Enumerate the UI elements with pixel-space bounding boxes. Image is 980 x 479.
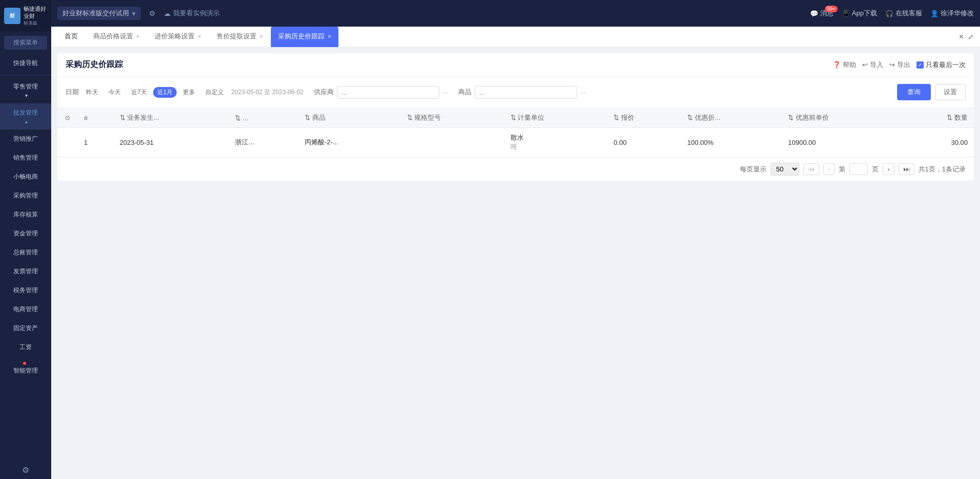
date-option-1month[interactable]: 近1月 bbox=[153, 87, 177, 98]
only-last-checkbox[interactable] bbox=[917, 61, 924, 69]
tab-purchase-history[interactable]: 采购历史价跟踪 × bbox=[271, 27, 338, 47]
app-download-button[interactable]: 📱 App下载 bbox=[842, 9, 877, 18]
app-logo-icon: 财 bbox=[4, 8, 20, 24]
goods-filter-label: 商品 bbox=[458, 88, 472, 97]
version-label: 好业财标准版交付试用 bbox=[62, 9, 129, 18]
date-option-today[interactable]: 今天 bbox=[104, 87, 125, 98]
cell-date: 2023-05-31 bbox=[114, 128, 229, 157]
date-option-7days[interactable]: 近7天 bbox=[127, 87, 151, 98]
date-filter-label: 日期 bbox=[66, 88, 79, 97]
user-menu-button[interactable]: 👤 徐泽华修改 bbox=[930, 9, 974, 18]
supplier-more-icon[interactable]: ··· bbox=[442, 89, 448, 96]
table-container: ⚙ # ⇅ 业务发生... ⇅ ... ⇅ 商品 ⇅ 规格型号 ⇅ 计量单位 ⇅… bbox=[57, 108, 974, 181]
goods-filter-input[interactable] bbox=[475, 86, 577, 99]
total-info: 共1页，1条记录 bbox=[919, 165, 966, 174]
cell-quantity: 30.00 bbox=[900, 128, 974, 157]
tabbar-actions: × ⤢ bbox=[959, 32, 974, 41]
export-button[interactable]: ↪ 导出 bbox=[889, 60, 910, 70]
topbar-settings-icon[interactable]: ⚙ bbox=[149, 9, 156, 17]
cell-price: 0.00 bbox=[607, 128, 681, 157]
per-page-label: 每页显示 bbox=[740, 165, 766, 174]
col-header-discount[interactable]: ⇅ 优惠折... bbox=[681, 108, 782, 128]
messages-button[interactable]: 💬 消息 99+ bbox=[810, 9, 834, 18]
col-header-settings[interactable]: ⚙ bbox=[57, 108, 78, 128]
tab-price-label: 商品价格设置 bbox=[93, 32, 133, 41]
col-header-unit[interactable]: ⇅ 计量单位 bbox=[504, 108, 608, 128]
sidebar-item-wholesale[interactable]: 批发管理▴ bbox=[0, 103, 51, 129]
sidebar-bottom: ⚙ bbox=[0, 461, 51, 479]
tab-pricing-close-icon[interactable]: × bbox=[198, 33, 201, 39]
col-header-quantity[interactable]: ⇅ 数量 bbox=[900, 108, 974, 128]
page-next-button[interactable]: › bbox=[883, 163, 894, 175]
col-header-price[interactable]: ⇅ 报价 bbox=[607, 108, 681, 128]
version-selector[interactable]: 好业财标准版交付试用 ▾ bbox=[57, 7, 141, 20]
col-header-spec[interactable]: ⇅ 规格型号 bbox=[401, 108, 504, 128]
demo-link[interactable]: ☁ 我要看实例演示 bbox=[164, 9, 220, 18]
col-header-date[interactable]: ⇅ 业务发生... bbox=[114, 108, 229, 128]
tab-purchase-close-icon[interactable]: × bbox=[328, 33, 331, 39]
date-options: 昨天 今天 近7天 近1月 更多 自定义 bbox=[82, 87, 228, 98]
col-header-more1[interactable]: ⇅ ... bbox=[229, 108, 298, 128]
page-header-actions: ❓ 帮助 ↩ 导入 ↪ 导出 只看最后一次 bbox=[833, 60, 966, 70]
help-button[interactable]: ❓ 帮助 bbox=[833, 60, 856, 70]
tabbar-expand-button[interactable]: ⤢ bbox=[968, 33, 974, 41]
goods-more-icon[interactable]: ··· bbox=[580, 89, 586, 96]
message-icon: 💬 bbox=[810, 10, 818, 17]
filter-settings-button[interactable]: 设置 bbox=[935, 84, 966, 100]
cloud-icon: ☁ bbox=[164, 10, 171, 17]
sidebar-item-purchase[interactable]: 采购管理 bbox=[0, 186, 51, 205]
tab-sale-label: 售价提取设置 bbox=[217, 32, 257, 41]
page-content: 采购历史价跟踪 ❓ 帮助 ↩ 导入 ↪ 导出 只看最后一次 bbox=[51, 47, 980, 479]
sidebar-item-quick-nav[interactable]: 快捷导航 bbox=[0, 54, 51, 73]
help-icon: ❓ bbox=[833, 61, 841, 69]
sidebar-item-ledger[interactable]: 总账管理 bbox=[0, 243, 51, 262]
sidebar-item-payroll[interactable]: 工资 bbox=[0, 338, 51, 357]
col-header-original-price[interactable]: ⇅ 优惠前单价 bbox=[782, 108, 900, 128]
per-page-select[interactable]: 50 100 bbox=[771, 163, 799, 176]
sidebar-item-invoice[interactable]: 发票管理 bbox=[0, 262, 51, 281]
gear-icon[interactable]: ⚙ bbox=[65, 114, 71, 122]
import-icon: ↩ bbox=[862, 61, 868, 69]
sidebar-item-marketing[interactable]: 营销推广 bbox=[0, 129, 51, 148]
cell-original-price: 10900.00 bbox=[782, 128, 900, 157]
page-number-input[interactable]: 1 bbox=[849, 163, 868, 175]
tabbar-close-button[interactable]: × bbox=[959, 32, 964, 41]
search-menu-button[interactable]: 搜索菜单 bbox=[4, 36, 47, 50]
sidebar-item-sales[interactable]: 销售管理 bbox=[0, 148, 51, 167]
cell-spec bbox=[401, 128, 504, 157]
tab-price-settings[interactable]: 商品价格设置 × bbox=[86, 27, 146, 47]
only-last-checkbox-label[interactable]: 只看最后一次 bbox=[917, 60, 966, 70]
col-header-index: # bbox=[78, 108, 114, 128]
sidebar-item-smart-mgmt[interactable]: 智能管理 bbox=[0, 357, 51, 380]
date-option-more[interactable]: 更多 bbox=[179, 87, 199, 98]
sidebar-item-tax[interactable]: 税务管理 bbox=[0, 281, 51, 300]
tab-sale-close-icon[interactable]: × bbox=[260, 33, 263, 39]
sidebar-item-finance[interactable]: 资金管理 bbox=[0, 224, 51, 243]
pagination: 每页显示 50 100 ⏮ ‹ 第 1 页 › ⏭ 共1页，1条记录 bbox=[57, 157, 974, 181]
col-header-goods[interactable]: ⇅ 商品 bbox=[299, 108, 401, 128]
sidebar-item-inventory[interactable]: 库存核算 bbox=[0, 205, 51, 224]
sidebar-settings-button[interactable]: ⚙ bbox=[22, 465, 29, 475]
page-last-button[interactable]: ⏭ bbox=[899, 163, 914, 175]
tab-price-close-icon[interactable]: × bbox=[136, 33, 139, 39]
sidebar-item-ecommerce-small[interactable]: 小畅电商 bbox=[0, 167, 51, 186]
date-option-custom[interactable]: 自定义 bbox=[201, 87, 228, 98]
supplier-filter-input[interactable] bbox=[337, 86, 439, 99]
import-button[interactable]: ↩ 导入 bbox=[862, 60, 883, 70]
tab-home[interactable]: 首页 bbox=[57, 27, 85, 47]
query-button[interactable]: 查询 bbox=[897, 84, 931, 100]
tab-home-label: 首页 bbox=[65, 32, 78, 41]
tab-pricing-strategy[interactable]: 进价策略设置 × bbox=[147, 27, 208, 47]
cell-goods: 丙烯酸-2-... bbox=[299, 128, 401, 157]
messages-badge: 99+ bbox=[825, 6, 838, 12]
page-first-button[interactable]: ⏮ bbox=[803, 163, 819, 175]
tab-sale-price[interactable]: 售价提取设置 × bbox=[209, 27, 270, 47]
sidebar-item-ecommerce[interactable]: 电商管理 bbox=[0, 300, 51, 319]
sidebar-item-fixed-assets[interactable]: 固定资产 bbox=[0, 319, 51, 338]
cell-unit: 散水吨 bbox=[504, 128, 608, 157]
export-icon: ↪ bbox=[889, 61, 895, 69]
date-option-yesterday[interactable]: 昨天 bbox=[82, 87, 102, 98]
page-prev-button[interactable]: ‹ bbox=[823, 163, 835, 175]
sidebar-item-retail[interactable]: 零售管理▾ bbox=[0, 77, 51, 103]
online-service-button[interactable]: 🎧 在线客服 bbox=[885, 9, 922, 18]
